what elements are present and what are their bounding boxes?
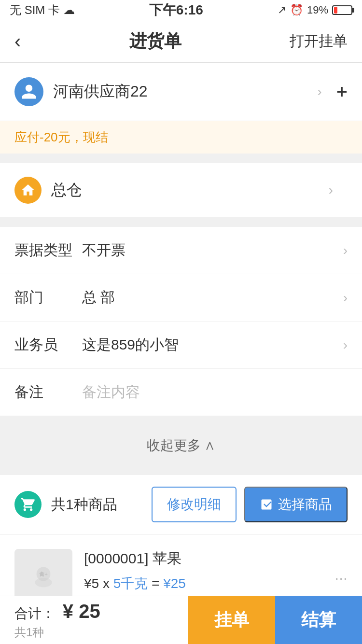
invoice-type-row[interactable]: 票据类型 不开票 › [0,227,362,274]
status-time: 下午6:16 [149,1,203,19]
supplier-name: 河南供应商22 [53,81,317,102]
alarm-icon: ⏰ [290,4,303,16]
department-value: 总 部 [82,288,343,308]
invoice-chevron-icon: › [343,243,348,258]
collapse-label: 收起更多 ∧ [147,438,216,453]
supplier-section: 河南供应商22 › + 应付-20元，现结 [0,63,362,154]
select-icon [260,498,273,511]
warehouse-chevron-icon: › [329,182,333,198]
home-icon [20,182,36,198]
sim-status: 无 SIM 卡 ☁ [10,2,75,18]
dept-chevron-icon: › [343,290,348,306]
product-name: [0000001] 苹果 [84,549,334,569]
svg-text:禽+: 禽+ [39,571,48,577]
collapse-button[interactable]: 收起更多 ∧ [0,426,362,465]
bottom-bar: 合计： ¥ 25 共1种 挂单 结算 [0,596,362,644]
product-header: 共1种商品 修改明细 选择商品 [0,475,362,534]
invoice-type-label: 票据类型 [14,240,82,260]
warehouse-name: 总仓 [51,180,329,201]
more-options-button[interactable]: ··· [334,569,348,587]
warehouse-row[interactable]: 总仓 › [0,163,362,217]
total-row: 合计： ¥ 25 [14,601,174,623]
product-code: [0000001] [84,550,148,566]
salesperson-label: 业务员 [14,335,82,355]
svg-point-1 [35,578,52,587]
page-title: 进货单 [129,29,181,53]
remark-value[interactable]: 备注内容 [82,382,348,402]
open-hold-button[interactable]: 打开挂单 [290,31,348,51]
multiply-sign: x [103,576,113,591]
product-thumb-icon: 禽+ [28,562,59,593]
add-button[interactable]: + [336,81,348,103]
checkout-button[interactable]: 结算 [275,596,362,644]
invoice-type-value: 不开票 [82,240,343,260]
salesperson-value: 这是859的小智 [82,335,343,355]
product-title: 苹果 [153,550,181,566]
spacer [0,465,362,475]
notice-bar: 应付-20元，现结 [0,121,362,154]
battery-percent: 19% [307,4,328,16]
total-section: 合计： ¥ 25 共1种 [0,601,188,640]
remark-row[interactable]: 备注 备注内容 [0,369,362,416]
product-price-row: ¥5 x 5千克 = ¥25 [84,574,334,593]
select-product-label: 选择商品 [278,495,332,514]
equals-sign: = [152,576,163,591]
form-section: 票据类型 不开票 › 部门 总 部 › 业务员 这是859的小智 › 备注 备注… [0,227,362,416]
sales-chevron-icon: › [343,337,348,353]
supplier-avatar [14,77,43,106]
product-info: [0000001] 苹果 ¥5 x 5千克 = ¥25 [84,549,334,593]
remark-label: 备注 [14,382,82,402]
status-bar: 无 SIM 卡 ☁ 下午6:16 ↗ ⏰ 19% [0,0,362,20]
status-right: ↗ ⏰ 19% [278,4,352,16]
location-icon: ↗ [278,4,286,16]
product-count: 共1种商品 [51,495,152,515]
total-count: 共1种 [14,625,174,640]
hold-order-button[interactable]: 挂单 [188,596,275,644]
battery-icon [332,5,352,15]
select-product-button[interactable]: 选择商品 [244,487,348,522]
department-label: 部门 [14,288,82,308]
total-amount: ¥ 25 [63,601,100,622]
department-row[interactable]: 部门 总 部 › [0,274,362,322]
unit-price: ¥5 [84,576,99,591]
nav-bar: ‹ 进货单 打开挂单 [0,20,362,63]
back-button[interactable]: ‹ [14,30,21,52]
person-icon [20,83,38,100]
supplier-row[interactable]: 河南供应商22 › + [0,63,362,121]
subtotal: ¥25 [163,576,186,591]
notice-text: 应付-20元，现结 [14,130,108,144]
salesperson-row[interactable]: 业务员 这是859的小智 › [0,322,362,369]
modify-detail-button[interactable]: 修改明细 [152,487,237,522]
status-left: 无 SIM 卡 ☁ [10,2,75,18]
quantity: 5千克 [113,576,148,591]
cart-icon [20,497,36,512]
warehouse-icon [14,177,42,204]
cart-icon-wrapper [14,491,42,518]
total-label: 合计： [14,606,55,621]
warehouse-section[interactable]: 总仓 › [0,163,362,217]
supplier-chevron-icon: › [317,84,321,99]
